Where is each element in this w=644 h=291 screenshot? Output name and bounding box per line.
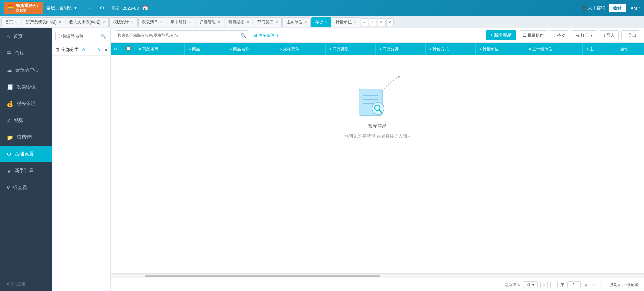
help-button[interactable]: 🎧 人工咨询	[581, 5, 605, 11]
first-page-button[interactable]: |‹	[540, 281, 548, 288]
th-extra[interactable]: ⇅主...	[583, 43, 616, 55]
sidebar-item-reports[interactable]: ☁ 云报表中心	[0, 62, 52, 79]
export-button[interactable]: ↑ 导出	[621, 30, 640, 40]
tab-next-button[interactable]: ›	[369, 18, 376, 26]
last-page-button[interactable]: ›|	[600, 281, 607, 288]
sidebar-guide-label: 新手引导	[15, 168, 34, 174]
tab-income[interactable]: 收入支出表(年报) ✕	[66, 17, 109, 27]
th-spec[interactable]: ⇅规格型号	[276, 43, 326, 55]
batch-label: 批量操作	[528, 33, 544, 38]
th-checkbox[interactable]	[123, 43, 135, 55]
print-button[interactable]: 🖨 打印 ▼	[572, 30, 597, 40]
tab-client[interactable]: 往来单位 ✕	[282, 17, 311, 27]
th-main-unit[interactable]: ⇅主计量单位	[525, 43, 583, 55]
category-search-box[interactable]: 🔍	[55, 31, 109, 41]
product-search-icon[interactable]: 🔍	[240, 33, 246, 38]
sidebar-item-settings[interactable]: ⚙ 基础设置	[0, 146, 52, 162]
sidebar-item-closing[interactable]: ✓ 结账	[0, 112, 52, 129]
tab-close-all-button[interactable]: ✕	[378, 18, 385, 26]
th-setting[interactable]: ⚙	[111, 43, 123, 55]
tab-expand-button[interactable]: ⤢	[386, 18, 394, 26]
tab-archive-label: 归档管理	[200, 19, 216, 25]
tab-department-close[interactable]: ✕	[275, 20, 278, 24]
batch-icon: ☰	[523, 33, 526, 38]
sidebar-item-archives[interactable]: 📁 归档管理	[0, 129, 52, 146]
th-price-method[interactable]: ⇅计价方式	[425, 43, 475, 55]
th-unit[interactable]: ⇅计量单位	[475, 43, 525, 55]
tab-unit[interactable]: 计量单位 ✕	[332, 17, 360, 27]
th-category[interactable]: ⇅商品分类	[376, 43, 426, 55]
company-name: 基层工会测试	[46, 5, 72, 11]
tab-tax[interactable]: 税表清单 ✕	[138, 17, 166, 27]
sidebar-item-guide[interactable]: ★ 新手引导	[0, 162, 52, 179]
tab-subject-close[interactable]: ✕	[247, 20, 249, 24]
tab-period-end-close[interactable]: ✕	[189, 20, 192, 24]
move-label: 移动	[557, 33, 565, 38]
more-filter-button[interactable]: ⊟ 更多条件 ▼	[252, 33, 281, 38]
sidebar-item-member[interactable]: V 畅会员	[0, 179, 52, 196]
page-size-select[interactable]: 50 ▼	[523, 281, 537, 288]
left-panel-header: 🔍 ✎ ◀	[52, 28, 110, 44]
calendar-icon[interactable]: 📅	[142, 5, 148, 11]
tab-home-close[interactable]: ✕	[15, 20, 18, 24]
tab-template-close[interactable]: ✕	[131, 20, 134, 24]
unpin-button[interactable]: ◄取消固定	[0, 277, 52, 291]
th-code[interactable]: ⇅商品...	[185, 43, 226, 55]
prev-page-button[interactable]: ‹	[550, 281, 558, 288]
tab-inventory[interactable]: 存货 ✕	[311, 17, 331, 27]
category-search-icon[interactable]: 🔍	[101, 34, 106, 39]
all-category-item[interactable]: ⊞ 全部分类 ⊙ ✎ ◀	[52, 44, 110, 56]
tab-unit-close[interactable]: ✕	[354, 20, 357, 24]
tab-department[interactable]: 部门员工 ✕	[254, 17, 282, 27]
next-page-button[interactable]: ›	[590, 281, 597, 288]
import-label: 导入	[607, 33, 615, 38]
tab-archive-close[interactable]: ✕	[218, 20, 220, 24]
tab-income-close[interactable]: ✕	[102, 20, 105, 24]
account-button[interactable]: 会计	[609, 3, 626, 13]
tab-template[interactable]: 模版设计 ✕	[109, 17, 138, 27]
action-btn-group: + 新增商品 ☰ 批量操作 ↕ 移动 🖨 打印	[486, 30, 640, 40]
tab-archive[interactable]: 归档管理 ✕	[196, 17, 224, 27]
scroll-thumb[interactable]	[145, 275, 380, 277]
add-tab-button[interactable]: ＋	[85, 3, 94, 13]
th-barcode[interactable]: ⇅商品条码	[135, 43, 185, 55]
sidebar-item-invoice[interactable]: 🧾 发票管理	[0, 79, 52, 95]
batch-operation-button[interactable]: ☰ 批量操作	[519, 30, 547, 40]
sidebar-item-home[interactable]: ⌂ 首页	[0, 28, 52, 45]
top-bar: 🧮 畅捷通好会计 旗舰版 基层工会测试 ▼ ＋ ⚙ 账期 2023-03 📅 🎧…	[0, 0, 644, 16]
move-button[interactable]: ↕ 移动	[550, 30, 569, 40]
tab-period-end[interactable]: 期末结转 ✕	[167, 17, 195, 27]
import-button[interactable]: ↓ 导入	[600, 30, 619, 40]
horizontal-scrollbar[interactable]	[111, 273, 644, 278]
page-number-input[interactable]	[567, 281, 581, 288]
svg-marker-0	[397, 76, 400, 78]
tab-home[interactable]: 首页 ✕	[1, 17, 21, 27]
guide-icon: ★	[7, 168, 11, 174]
tab-inventory-close[interactable]: ✕	[325, 20, 328, 24]
tab-tax-close[interactable]: ✕	[160, 20, 163, 24]
collapse-icon[interactable]: ◀	[104, 48, 107, 52]
tab-prev-button[interactable]: ‹	[361, 18, 368, 26]
tab-balance[interactable]: 资产负债表(中期) ✕	[22, 17, 65, 27]
edit-icon[interactable]: ✎	[97, 47, 101, 52]
category-tag: ⊙	[82, 47, 85, 52]
tab-income-label: 收入支出表(年报)	[69, 19, 100, 25]
tab-department-label: 部门员工	[257, 19, 273, 25]
settings-sidebar-icon: ⚙	[7, 151, 11, 157]
settings-icon[interactable]: ⚙	[97, 3, 107, 13]
new-product-button[interactable]: + 新增商品	[486, 30, 516, 40]
category-search-input[interactable]	[58, 34, 99, 38]
product-search-input[interactable]	[118, 33, 238, 38]
company-selector[interactable]: 基层工会测试 ▼	[46, 5, 77, 11]
tab-balance-close[interactable]: ✕	[59, 20, 61, 24]
tab-client-close[interactable]: ✕	[304, 20, 307, 24]
th-type[interactable]: ⇅商品类型	[326, 43, 376, 55]
select-all-checkbox[interactable]	[126, 46, 131, 51]
tab-bar: 首页 ✕ 资产负债表(中期) ✕ 收入支出表(年报) ✕ 模版设计 ✕ 税表清单…	[0, 16, 644, 28]
sidebar-item-ledger[interactable]: ☰ 总账	[0, 45, 52, 62]
sidebar-item-tax[interactable]: 💰 税务管理	[0, 95, 52, 112]
th-name[interactable]: ⇅商品名称	[226, 43, 276, 55]
product-search-box[interactable]: 🔍	[115, 30, 249, 40]
tab-subject[interactable]: 科目期初 ✕	[225, 17, 253, 27]
right-content: 🔍 ⊟ 更多条件 ▼ + 新增商品 ☰ 批量操作	[111, 28, 644, 291]
